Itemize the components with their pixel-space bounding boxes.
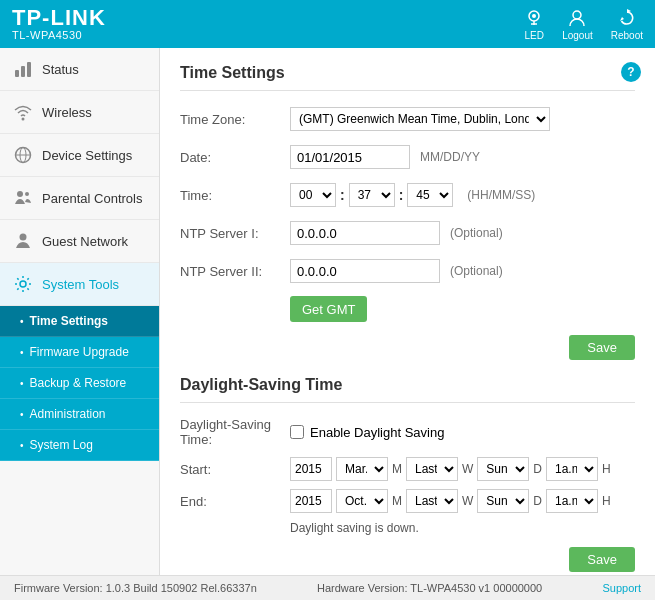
sidebar-item-wireless[interactable]: Wireless [0, 91, 159, 134]
bullet-icon: • [20, 347, 24, 358]
reboot-button[interactable]: Reboot [611, 8, 643, 41]
dst-end-year[interactable] [290, 489, 332, 513]
dst-start-month-select[interactable]: Mar. [336, 457, 388, 481]
date-input[interactable] [290, 145, 410, 169]
sidebar-submenu: • Time Settings • Firmware Upgrade • Bac… [0, 306, 159, 461]
dst-start-time-select[interactable]: 1a.m. [546, 457, 598, 481]
svg-rect-8 [27, 62, 31, 77]
led-button[interactable]: LED [524, 8, 544, 41]
time-control: 00 : 37 : 45 (HH/MM/SS) [290, 183, 635, 207]
ntp2-hint: (Optional) [450, 264, 503, 278]
gear-icon [12, 273, 34, 295]
bullet-icon: • [20, 316, 24, 327]
dst-message: Daylight saving is down. [180, 521, 635, 535]
ntp2-row: NTP Server II: (Optional) [180, 257, 635, 285]
sidebar-subitem-system-log-label: System Log [30, 438, 93, 452]
header-icons: LED Logout Reboot [524, 8, 643, 41]
dst-start-label: Start: [180, 462, 290, 477]
timezone-row: Time Zone: (GMT) Greenwich Mean Time, Du… [180, 105, 635, 133]
timezone-control: (GMT) Greenwich Mean Time, Dublin, Londo… [290, 107, 635, 131]
sidebar-subitem-backup-restore[interactable]: • Backup & Restore [0, 368, 159, 399]
timezone-select[interactable]: (GMT) Greenwich Mean Time, Dublin, Londo… [290, 107, 550, 131]
header: TP-LINK TL-WPA4530 LED Logout [0, 0, 655, 48]
date-control: MM/DD/YY [290, 145, 635, 169]
globe-icon [12, 144, 34, 166]
enable-dst-label: Daylight-Saving Time: [180, 417, 290, 447]
dst-start-week-select[interactable]: Last [406, 457, 458, 481]
time-hh-select[interactable]: 00 [290, 183, 336, 207]
sidebar-subitem-backup-restore-label: Backup & Restore [30, 376, 127, 390]
dst-save-button[interactable]: Save [569, 547, 635, 572]
dst-start-day-select[interactable]: Sun. [477, 457, 529, 481]
bullet-icon: • [20, 440, 24, 451]
time-group: 00 : 37 : 45 (HH/MM/SS) [290, 183, 535, 207]
footer-firmware: Firmware Version: 1.0.3 Build 150902 Rel… [14, 582, 257, 594]
ntp1-control: (Optional) [290, 221, 635, 245]
dst-start-w-label: W [462, 462, 473, 476]
sidebar-item-guest-network[interactable]: Guest Network [0, 220, 159, 263]
ntp2-input[interactable] [290, 259, 440, 283]
bullet-icon: • [20, 409, 24, 420]
enable-dst-checkbox-label: Enable Daylight Saving [310, 425, 444, 440]
dst-end-d-label: D [533, 494, 542, 508]
sidebar-item-system-tools-label: System Tools [42, 277, 119, 292]
dst-end-label: End: [180, 494, 290, 509]
sidebar-item-wireless-label: Wireless [42, 105, 92, 120]
dst-start-m-label: M [392, 462, 402, 476]
main-layout: Status Wireless D [0, 48, 655, 575]
svg-rect-7 [21, 66, 25, 77]
dst-end-row: End: Oct. M Last W Sun. D 1a.m. H [180, 489, 635, 513]
dst-end-controls: Oct. M Last W Sun. D 1a.m. H [290, 489, 611, 513]
sidebar-item-status-label: Status [42, 62, 79, 77]
sidebar-subitem-time-settings[interactable]: • Time Settings [0, 306, 159, 337]
sidebar-item-status[interactable]: Status [0, 48, 159, 91]
svg-point-15 [20, 234, 27, 241]
get-gmt-row: Get GMT [180, 295, 635, 323]
dst-end-w-label: W [462, 494, 473, 508]
dst-start-controls: Mar. M Last W Sun. D 1a.m. H [290, 457, 611, 481]
time-settings-save-button[interactable]: Save [569, 335, 635, 360]
sidebar-subitem-administration[interactable]: • Administration [0, 399, 159, 430]
sidebar-subitem-firmware-upgrade[interactable]: • Firmware Upgrade [0, 337, 159, 368]
svg-point-13 [17, 191, 23, 197]
sidebar-item-device-settings-label: Device Settings [42, 148, 132, 163]
logout-button[interactable]: Logout [562, 8, 593, 41]
sidebar-subitem-system-log[interactable]: • System Log [0, 430, 159, 461]
date-label: Date: [180, 150, 290, 165]
dst-start-h-label: H [602, 462, 611, 476]
support-link[interactable]: Support [602, 582, 641, 594]
dst-end-m-label: M [392, 494, 402, 508]
date-hint: MM/DD/YY [420, 150, 480, 164]
dst-end-day-select[interactable]: Sun. [477, 489, 529, 513]
dst-end-time-select[interactable]: 1a.m. [546, 489, 598, 513]
svg-marker-5 [620, 17, 624, 21]
svg-point-3 [532, 14, 536, 18]
ntp1-label: NTP Server I: [180, 226, 290, 241]
dst-start-row: Start: Mar. M Last W Sun. D 1a.m. H [180, 457, 635, 481]
time-hint: (HH/MM/SS) [467, 188, 535, 202]
sidebar: Status Wireless D [0, 48, 160, 575]
dst-end-month-select[interactable]: Oct. [336, 489, 388, 513]
content-area: ? Time Settings Time Zone: (GMT) Greenwi… [160, 48, 655, 575]
svg-rect-6 [15, 70, 19, 77]
ntp2-control: (Optional) [290, 259, 635, 283]
sidebar-subitem-firmware-upgrade-label: Firmware Upgrade [30, 345, 129, 359]
sidebar-item-device-settings[interactable]: Device Settings [0, 134, 159, 177]
led-label: LED [524, 30, 543, 41]
get-gmt-button[interactable]: Get GMT [290, 296, 367, 322]
ntp1-row: NTP Server I: (Optional) [180, 219, 635, 247]
ntp1-input[interactable] [290, 221, 440, 245]
daylight-saving-title: Daylight-Saving Time [180, 376, 635, 403]
sidebar-item-parental-controls[interactable]: Parental Controls [0, 177, 159, 220]
dst-end-week-select[interactable]: Last [406, 489, 458, 513]
dst-start-year[interactable] [290, 457, 332, 481]
time-mm-select[interactable]: 37 [349, 183, 395, 207]
sidebar-item-system-tools[interactable]: System Tools [0, 263, 159, 306]
sidebar-subitem-administration-label: Administration [30, 407, 106, 421]
enable-dst-row: Daylight-Saving Time: Enable Daylight Sa… [180, 417, 635, 447]
help-icon[interactable]: ? [621, 62, 641, 82]
guest-icon [12, 230, 34, 252]
time-ss-select[interactable]: 45 [407, 183, 453, 207]
enable-dst-checkbox[interactable] [290, 425, 304, 439]
time-label: Time: [180, 188, 290, 203]
